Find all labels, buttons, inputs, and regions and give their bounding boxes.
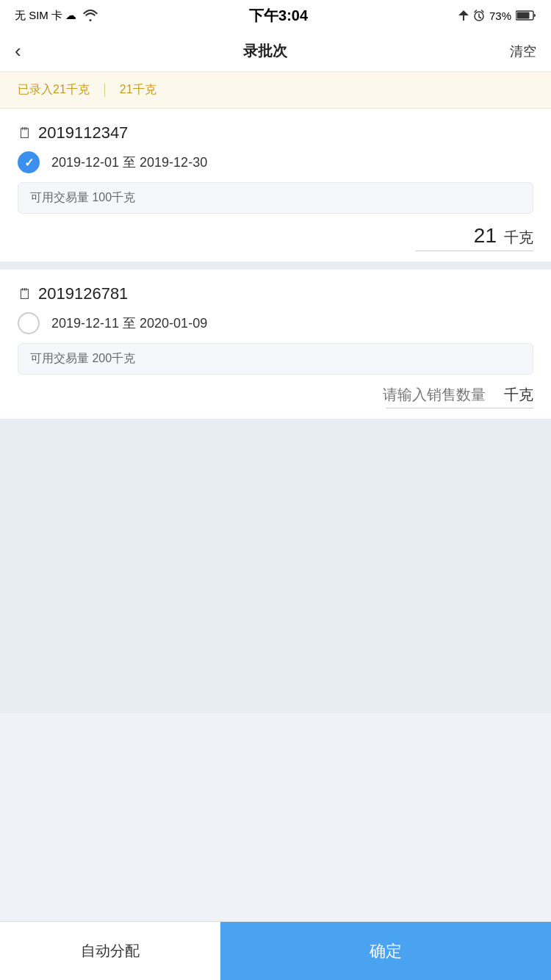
batch2-date: 2019-12-11 至 2020-01-09 — [51, 314, 207, 332]
status-time: 下午3:04 — [249, 6, 308, 26]
batch1-id: 2019112347 — [38, 123, 128, 143]
status-left: 无 SIM 卡 ☁ — [15, 9, 98, 23]
page-title: 录批次 — [243, 41, 287, 61]
batch1-date: 2019-12-01 至 2019-12-30 — [51, 154, 207, 171]
batch1-available: 可用交易量 100千克 — [18, 182, 533, 214]
back-button[interactable]: ‹ — [15, 40, 21, 62]
batch1-icon: 🗒 — [18, 125, 32, 142]
batch2-available: 可用交易量 200千克 — [18, 343, 533, 375]
fill-area — [0, 419, 551, 713]
qty-input[interactable] — [313, 386, 497, 403]
info-banner: 已录入21千克 21千克 — [0, 72, 551, 109]
status-right: 73% — [458, 10, 536, 22]
batch2-checkbox[interactable] — [18, 312, 40, 334]
battery-icon — [516, 10, 536, 21]
bottom-bar: 自动分配 确定 — [0, 921, 551, 980]
battery-percent: 73% — [489, 10, 511, 22]
clear-button[interactable]: 清空 — [510, 43, 536, 60]
batch1-card: 🗒 2019112347 2019-12-01 至 2019-12-30 可用交… — [0, 109, 551, 214]
svg-rect-2 — [516, 12, 529, 19]
batch2-card: 🗒 2019126781 2019-12-11 至 2020-01-09 可用交… — [0, 270, 551, 375]
status-bar: 无 SIM 卡 ☁ 下午3:04 73% — [0, 0, 551, 31]
batch1-amount-row: 21 千克 — [0, 214, 551, 262]
input-underline — [386, 408, 533, 408]
batch1-row: 2019-12-01 至 2019-12-30 — [18, 151, 533, 173]
batch2-id: 2019126781 — [38, 284, 128, 303]
total-label: 21千克 — [120, 82, 156, 98]
wifi-icon — [82, 10, 98, 21]
batch1-checkbox[interactable] — [18, 151, 40, 173]
alarm-icon — [473, 10, 485, 21]
location-icon — [458, 10, 469, 21]
confirm-button[interactable]: 确定 — [220, 922, 551, 980]
nav-bar: ‹ 录批次 清空 — [0, 31, 551, 72]
section-divider — [0, 262, 551, 270]
batch1-header: 🗒 2019112347 — [18, 123, 533, 143]
batch2-unit: 千克 — [504, 385, 533, 405]
batch2-row: 2019-12-11 至 2020-01-09 — [18, 312, 533, 334]
batch2-header: 🗒 2019126781 — [18, 284, 533, 303]
recorded-label: 已录入21千克 — [18, 82, 90, 98]
sim-text: 无 SIM 卡 ☁ — [15, 9, 76, 23]
batch1-amount-unit: 千克 — [504, 228, 533, 248]
batch1-amount-value: 21 — [474, 224, 497, 248]
batch2-icon: 🗒 — [18, 286, 32, 303]
banner-divider — [104, 84, 105, 97]
batch2-input-row[interactable]: 千克 — [0, 375, 551, 419]
amount-underline — [416, 251, 533, 251]
auto-distribute-button[interactable]: 自动分配 — [0, 922, 220, 980]
